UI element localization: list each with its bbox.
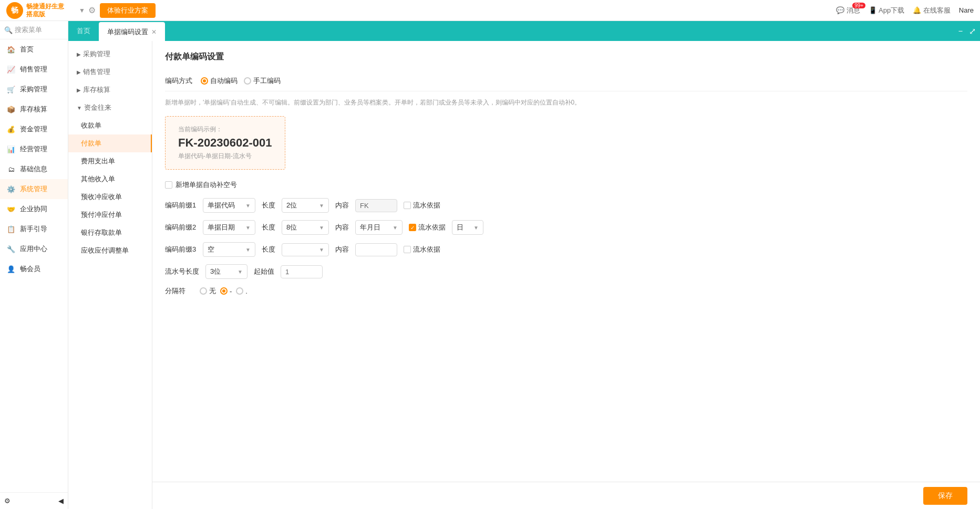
chevron-down-icon: ▼ (473, 225, 479, 231)
prefix3-content-input[interactable] (355, 243, 397, 256)
appcenter-icon: 🔧 (6, 244, 16, 254)
sidebar-item-inventory[interactable]: 📦 库存核算 (0, 99, 68, 119)
search-icon: 🔍 (4, 26, 13, 34)
tab-controls: － ⤢ (956, 26, 980, 37)
prefix2-length-select[interactable]: 8位 ▼ (282, 220, 329, 235)
tab-maximize-icon[interactable]: ⤢ (969, 26, 976, 36)
sub-group-sales-title[interactable]: ▶ 销售管理 (68, 63, 152, 81)
prefix2-select[interactable]: 单据日期 ▼ (203, 220, 255, 235)
prefix1-length-label: 长度 (262, 201, 275, 210)
auto-fill-checkbox[interactable] (165, 181, 172, 189)
sidebar-item-home[interactable]: 🏠 首页 (0, 39, 68, 59)
sidebar-item-system[interactable]: ⚙️ 系统管理 (0, 179, 68, 199)
code-method-label: 编码方式 (165, 76, 192, 86)
radio-auto-code[interactable]: 自动编码 (201, 76, 238, 86)
sub-item-expense[interactable]: 费用支出单 (68, 152, 152, 170)
user-name[interactable]: Nare (959, 6, 974, 14)
prefix1-length-select[interactable]: 2位 ▼ (282, 198, 329, 213)
sidebar-item-sales[interactable]: 📈 销售管理 (0, 59, 68, 79)
basic-icon: 🗂 (6, 164, 16, 174)
prefix1-waterflow-checkbox[interactable] (404, 202, 411, 209)
message-btn[interactable]: 💬 消息 99+ (836, 6, 860, 15)
tabbar: 首页 单据编码设置 ✕ － ⤢ (68, 21, 980, 41)
collapse-icon[interactable]: ◀ (58, 497, 64, 505)
chevron-right-icon: ▶ (77, 87, 81, 93)
tab-minimize-icon[interactable]: － (956, 26, 965, 37)
chevron-down-icon: ▼ (245, 225, 251, 231)
sep-dot-dot (236, 287, 243, 295)
sidebar-item-newguide[interactable]: 📋 新手引导 (0, 219, 68, 239)
chevron-down-icon: ▼ (245, 203, 251, 209)
sub-item-prepay-receivable[interactable]: 预收冲应收单 (68, 188, 152, 206)
member-icon: 👤 (6, 264, 16, 274)
prefix1-label: 编码前缀1 (165, 201, 197, 210)
prefix3-waterflow-checkbox[interactable] (404, 246, 411, 253)
nav-dropdown[interactable]: ▼ (79, 7, 85, 14)
sub-item-adjust[interactable]: 应收应付调整单 (68, 242, 152, 259)
separator-row: 分隔符 无 - . (165, 286, 967, 296)
save-button[interactable]: 保存 (923, 487, 967, 505)
prefix3-select[interactable]: 空 ▼ (203, 242, 255, 257)
sidebar-item-operations[interactable]: 📊 经营管理 (0, 139, 68, 159)
prefix2-content-label: 内容 (335, 223, 349, 232)
logo-icon: 畅 (6, 2, 23, 19)
sidebar-item-purchase[interactable]: 🛒 采购管理 (0, 79, 68, 99)
prefix2-content-select[interactable]: 年月日 ▼ (355, 220, 403, 235)
system-icon: ⚙️ (6, 184, 16, 194)
start-value-input[interactable] (281, 265, 323, 278)
sub-group-purchase-title[interactable]: ▶ 采购管理 (68, 45, 152, 63)
purchase-icon: 🛒 (6, 85, 16, 94)
sub-group-inventory-title[interactable]: ▶ 库存核算 (68, 81, 152, 99)
radio-manual-code[interactable]: 手工编码 (244, 76, 281, 86)
serial-length-select[interactable]: 3位 ▼ (205, 264, 247, 279)
sidebar-bottom: ⚙ ◀ (0, 492, 68, 509)
settings-icon[interactable]: ⚙ (88, 5, 96, 15)
prefix2-waterflow-checkbox[interactable] (409, 224, 416, 231)
sep-none-radio[interactable]: 无 (200, 286, 216, 296)
serial-length-row: 流水号长度 3位 ▼ 起始值 (165, 264, 967, 279)
sub-group-capital-title[interactable]: ▼ 资金往来 (68, 99, 152, 117)
chevron-down-icon: ▼ (319, 247, 324, 253)
sales-icon: 📈 (6, 65, 16, 74)
sep-dash-radio[interactable]: - (220, 287, 232, 295)
prefix3-waterflow-check[interactable]: 流水依据 (404, 245, 440, 254)
chevron-right-icon: ▶ (77, 51, 81, 57)
tab-home[interactable]: 首页 (68, 21, 99, 41)
prefix1-waterflow-check[interactable]: 流水依据 (404, 201, 440, 210)
sub-item-bank-deposit[interactable]: 银行存取款单 (68, 224, 152, 242)
preview-box: 当前编码示例： FK-20230602-001 单据代码-单据日期-流水号 (165, 116, 285, 170)
sep-dot-radio[interactable]: . (236, 287, 247, 295)
inventory-icon: 📦 (6, 105, 16, 114)
radio-group-code-method: 自动编码 手工编码 (201, 76, 281, 86)
code-method-row: 编码方式 自动编码 手工编码 (165, 71, 967, 91)
chevron-down-icon: ▼ (238, 269, 243, 275)
prefix1-row: 编码前缀1 单据代码 ▼ 长度 2位 ▼ 内容 (165, 198, 967, 213)
app-download-btn[interactable]: 📱 App下载 (869, 6, 904, 15)
settings-bottom-icon[interactable]: ⚙ (4, 497, 11, 505)
sub-group-capital: ▼ 资金往来 收款单 付款单 费用支出单 其他收入单 预收冲应收单 预付冲应付单… (68, 99, 152, 259)
sub-item-prepay-payable[interactable]: 预付冲应付单 (68, 206, 152, 224)
chevron-down-icon: ▼ (319, 225, 324, 231)
trial-button[interactable]: 体验行业方案 (100, 3, 156, 18)
sidebar-item-appcenter[interactable]: 🔧 应用中心 (0, 239, 68, 259)
form-wrapper: 付款单编码设置 编码方式 自动编码 手工编码 (152, 41, 980, 509)
sidebar-item-enterprise[interactable]: 🤝 企业协同 (0, 199, 68, 219)
sidebar-item-finance[interactable]: 💰 资金管理 (0, 119, 68, 139)
sub-item-payment[interactable]: 付款单 (68, 134, 152, 152)
prefix2-waterflow-check[interactable]: 流水依据 (409, 223, 446, 232)
tab-close-icon[interactable]: ✕ (151, 28, 157, 36)
tab-serial-setting[interactable]: 单据编码设置 ✕ (99, 22, 165, 42)
topbar-nav: ▼ ⚙ (79, 5, 96, 15)
prefix2-waterflow-unit-select[interactable]: 日 ▼ (452, 220, 483, 235)
prefix3-length-select[interactable]: ▼ (282, 243, 329, 256)
sub-item-other-income[interactable]: 其他收入单 (68, 170, 152, 188)
prefix1-content-input[interactable] (355, 199, 397, 212)
sidebar-item-basic[interactable]: 🗂 基础信息 (0, 159, 68, 179)
sub-item-receipt[interactable]: 收款单 (68, 117, 152, 134)
prefix3-row: 编码前缀3 空 ▼ 长度 ▼ 内容 (165, 242, 967, 257)
online-service-btn[interactable]: 🔔 在线客服 (913, 6, 951, 15)
sidebar-item-member[interactable]: 👤 畅会员 (0, 259, 68, 279)
prefix1-select[interactable]: 单据代码 ▼ (203, 198, 255, 213)
topbar-right: 💬 消息 99+ 📱 App下载 🔔 在线客服 Nare (836, 6, 974, 15)
sidebar-search[interactable]: 🔍 搜索菜单 (0, 21, 68, 39)
